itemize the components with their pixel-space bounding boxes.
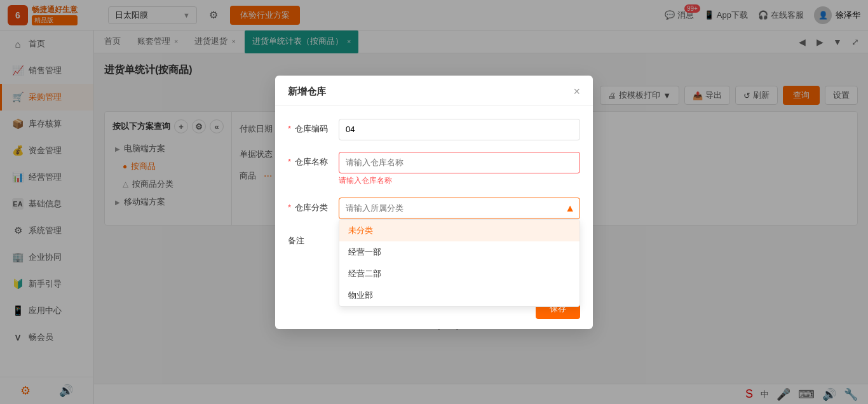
name-error-message: 请输入仓库名称 (339, 175, 580, 186)
form-row-name: * 仓库名称 请输入仓库名称 (288, 152, 580, 186)
modal-close-button[interactable]: × (573, 86, 580, 97)
modal-body: * 仓库编码 * 仓库名称 请输入仓库名称 (275, 106, 593, 292)
name-label: * 仓库名称 (288, 152, 339, 168)
required-star-code: * (288, 124, 291, 133)
notes-label: 备注 (288, 231, 339, 246)
dropdown-item-0[interactable]: 未分类 (339, 220, 580, 241)
category-toggle-icon[interactable]: ▲ (565, 203, 575, 214)
dropdown-item-3[interactable]: 物业部 (339, 285, 580, 306)
category-field-wrapper: ▲ (339, 198, 580, 219)
dropdown-item-1[interactable]: 经营一部 (339, 241, 580, 263)
warehouse-name-input[interactable] (339, 152, 580, 173)
form-row-category: * 仓库分类 ▲ 未分类 经营一部 经营二部 物业部 (288, 198, 580, 219)
warehouse-category-input[interactable] (339, 198, 580, 219)
warehouse-code-input[interactable] (339, 119, 580, 140)
category-label: * 仓库分类 (288, 198, 339, 213)
modal-title: 新增仓库 (288, 86, 326, 98)
category-dropdown: 未分类 经营一部 经营二部 物业部 (339, 219, 580, 307)
name-field-wrapper: 请输入仓库名称 (339, 152, 580, 186)
code-field-wrapper (339, 119, 580, 140)
form-row-code: * 仓库编码 (288, 119, 580, 140)
dropdown-item-2[interactable]: 经营二部 (339, 263, 580, 285)
required-star-category: * (288, 203, 291, 212)
add-warehouse-modal: 新增仓库 × * 仓库编码 * 仓库名称 (275, 76, 593, 329)
required-star-name: * (288, 157, 291, 166)
modal-overlay[interactable]: 新增仓库 × * 仓库编码 * 仓库名称 (0, 0, 868, 404)
code-label: * 仓库编码 (288, 119, 339, 135)
modal-header: 新增仓库 × (275, 76, 593, 106)
